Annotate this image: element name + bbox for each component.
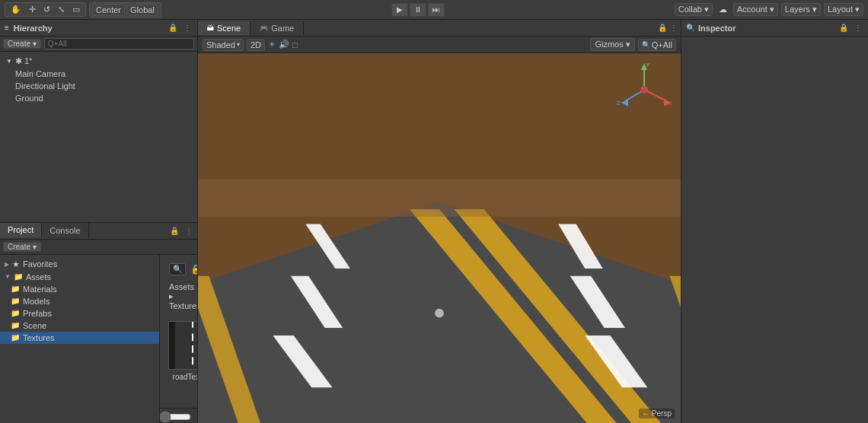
project-tab-label: Project	[8, 225, 34, 234]
tree-assets[interactable]: ▼ 📁 Assets	[0, 271, 159, 283]
hierarchy-light-label: Directional Light	[15, 81, 75, 91]
tree-materials[interactable]: 📁 Materials	[0, 283, 159, 295]
layers-label: Layers ▾	[785, 5, 817, 14]
tree-scene[interactable]: 📁 Scene	[0, 320, 159, 332]
layers-dropdown[interactable]: Layers ▾	[781, 3, 821, 16]
collab-label: Collab ▾	[678, 5, 709, 14]
layout-dropdown[interactable]: Layout ▾	[824, 3, 863, 16]
left-panel: ≡ Hierarchy 🔒 ⋮ Create ▾ ▼ ✱ 1* Main Cam…	[0, 20, 198, 423]
prefabs-label: Prefabs	[23, 309, 52, 318]
account-label: Account ▾	[737, 5, 774, 14]
inspector-controls: 🔒 ⋮	[838, 24, 863, 32]
right-panel: 🔍 Inspector 🔒 ⋮	[681, 20, 868, 423]
play-button[interactable]: ▶	[391, 3, 408, 17]
pause-button[interactable]: ⏸	[410, 3, 426, 17]
account-dropdown[interactable]: Account ▾	[733, 3, 778, 16]
scene-canvas	[198, 53, 681, 423]
scene-search-label: Q+All	[652, 40, 672, 49]
tree-favorites[interactable]: ▶ ★ Favorites	[0, 258, 159, 271]
gizmo-svg: Y X Z	[614, 59, 675, 120]
project-menu-button[interactable]: ⋮	[183, 227, 194, 235]
persp-label: ← Persp	[639, 409, 675, 418]
hierarchy-lock-button[interactable]: 🔒	[167, 24, 179, 32]
step-button[interactable]: ⏭	[428, 3, 445, 17]
asset-save-button[interactable]: 🔒	[189, 264, 197, 275]
project-create-button[interactable]: Create ▾	[3, 242, 41, 252]
layout-label: Layout ▾	[828, 5, 860, 14]
lighting-toggle-button[interactable]: ☀	[268, 40, 276, 49]
size-slider-container	[160, 412, 191, 421]
svg-text:X: X	[669, 100, 673, 107]
project-body: ▶ ★ Favorites ▼ 📁 Assets 📁 Materials	[0, 255, 197, 424]
inspector-lock-button[interactable]: 🔒	[838, 24, 850, 32]
inspector-menu-button[interactable]: ⋮	[853, 24, 863, 32]
hand-tool-button[interactable]: ✋	[8, 4, 24, 15]
global-dropdown[interactable]: Global	[126, 4, 158, 16]
list-item[interactable]: roadTexture	[166, 318, 197, 384]
scene-toolbar-right: Gizmos ▾ 🔍 Q+All	[590, 38, 676, 51]
tab-scene[interactable]: 🏔 Scene	[198, 21, 251, 35]
hierarchy-camera-label: Main Camera	[15, 69, 65, 78]
road-texture-preview	[169, 322, 197, 369]
hierarchy-item-directional-light[interactable]: Directional Light	[0, 80, 197, 92]
tree-prefabs[interactable]: 📁 Prefabs	[0, 307, 159, 320]
expand-icon: ▼	[6, 58, 12, 65]
project-lock-button[interactable]: 🔒	[168, 227, 180, 235]
hierarchy-item-ground[interactable]: Ground	[0, 92, 197, 104]
svg-rect-1	[175, 322, 197, 369]
gizmo-overlay: Y X Z	[614, 59, 675, 120]
asset-search-box[interactable]: 🔍	[169, 263, 186, 275]
project-header-controls: 🔒 ⋮	[168, 223, 197, 239]
scene-toolbar: Shaded ▾ 2D ☀ 🔊 □ Gizmos ▾ 🔍 Q+All	[198, 37, 681, 53]
hierarchy-create-button[interactable]: Create ▾	[3, 39, 41, 49]
play-controls: ▶ ⏸ ⏭	[391, 3, 445, 17]
gizmos-label: Gizmos ▾	[595, 40, 630, 49]
asset-thumbnail	[168, 321, 197, 370]
2d-label: 2D	[251, 40, 261, 49]
hierarchy-item-root[interactable]: ▼ ✱ 1*	[0, 55, 197, 68]
hierarchy-item-main-camera[interactable]: Main Camera	[0, 68, 197, 80]
asset-size-slider[interactable]	[160, 412, 191, 421]
audio-toggle-button[interactable]: 🔊	[279, 40, 289, 49]
shading-dropdown[interactable]: Shaded ▾	[203, 39, 244, 51]
center-dropdown[interactable]: Center	[92, 4, 125, 16]
effects-toggle-button[interactable]: □	[292, 40, 298, 49]
rotate-tool-button[interactable]: ↺	[40, 4, 53, 15]
global-label: Global	[130, 5, 155, 14]
game-tab-label: Game	[271, 24, 294, 33]
move-tool-button[interactable]: ✛	[26, 4, 39, 15]
main-layout: ≡ Hierarchy 🔒 ⋮ Create ▾ ▼ ✱ 1* Main Cam…	[0, 20, 868, 423]
collab-dropdown[interactable]: Collab ▾	[675, 3, 713, 16]
shading-label: Shaded	[206, 40, 235, 49]
assets-label: Assets	[26, 272, 51, 281]
scale-tool-button[interactable]: ⤡	[55, 4, 68, 15]
scene-menu-button[interactable]: ⋮	[670, 24, 678, 32]
tree-models[interactable]: 📁 Models	[0, 295, 159, 307]
inspector-header: 🔍 Inspector 🔒 ⋮	[681, 20, 868, 37]
models-folder-icon: 📁	[11, 297, 20, 305]
console-tab-label: Console	[49, 226, 80, 235]
models-label: Models	[23, 297, 49, 306]
tab-project[interactable]: Project	[0, 223, 42, 239]
tree-textures[interactable]: 📁 Textures	[0, 332, 159, 344]
shading-chevron-icon: ▾	[237, 41, 240, 48]
assets-expand-icon: ▼	[5, 273, 11, 280]
rect-tool-button[interactable]: ▭	[69, 4, 83, 15]
svg-point-31	[640, 86, 648, 94]
inspector-icon: 🔍	[686, 24, 695, 32]
hierarchy-ground-label: Ground	[15, 94, 43, 103]
hierarchy-menu-button[interactable]: ⋮	[182, 24, 193, 32]
scene-search-box[interactable]: 🔍 Q+All	[638, 39, 676, 51]
scene-lock-button[interactable]: 🔒	[658, 24, 667, 32]
hierarchy-search-input[interactable]	[44, 38, 194, 49]
scene-folder-icon: 📁	[11, 321, 20, 329]
2d-button[interactable]: 2D	[247, 39, 265, 51]
cloud-button[interactable]: ☁	[716, 4, 730, 15]
search-icon: 🔍	[173, 265, 182, 273]
asset-label: roadTexture	[173, 373, 197, 381]
scene-view[interactable]: Y X Z ← Persp	[198, 53, 681, 423]
tab-game[interactable]: 🎮 Game	[251, 21, 304, 35]
scene-tab-label: Scene	[217, 24, 241, 33]
gizmos-button[interactable]: Gizmos ▾	[590, 38, 634, 51]
tab-console[interactable]: Console	[42, 223, 88, 239]
